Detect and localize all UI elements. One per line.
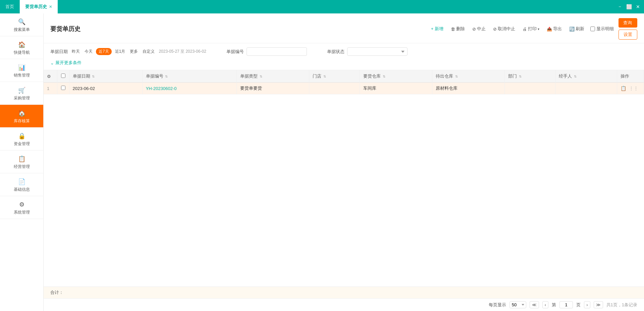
maximize-icon[interactable]: ⬜ — [626, 4, 632, 9]
row-num: 1 — [44, 83, 57, 94]
col-handler-sort-icon[interactable]: ⇅ — [574, 75, 577, 78]
tab-home[interactable]: 首页 — [0, 0, 20, 13]
refresh-button[interactable]: 🔄 刷新 — [568, 25, 586, 33]
col-bill-no-label: 单据编号 — [146, 74, 163, 79]
edit-icon[interactable]: 📋 — [621, 86, 626, 91]
stop-button[interactable]: ⊘ 中止 — [471, 25, 487, 33]
total-label: 合计： — [50, 290, 63, 296]
minimize-icon[interactable]: － — [618, 4, 622, 10]
page-input[interactable] — [559, 301, 573, 308]
prev-page-btn[interactable]: ‹ — [542, 301, 548, 308]
table-row: 1 2023-06-02 YH-20230602-0 要货单要货 车间库 原材料… — [44, 83, 644, 94]
date-btn-yesterday[interactable]: 昨天 — [70, 48, 81, 55]
cell-req-warehouse: 车间库 — [360, 83, 432, 94]
select-all-checkbox[interactable] — [61, 74, 65, 78]
cancel-stop-button[interactable]: ⊘ 取消中止 — [492, 25, 517, 33]
row-checkbox[interactable] — [61, 86, 65, 90]
date-btn-today[interactable]: 今天 — [83, 48, 94, 55]
col-date: 单据日期 ⇅ — [69, 70, 142, 83]
bill-no-label: 单据编号 — [226, 49, 244, 55]
date-shortcuts: 昨天 今天 近7天 近1月 更多 自定义 — [70, 48, 156, 55]
query-buttons: 查询 设置 — [619, 18, 637, 40]
col-department-label: 部门 — [508, 74, 517, 79]
data-table: ⚙ 单据日期 ⇅ 单据编号 ⇅ — [44, 70, 644, 94]
cell-store — [309, 83, 360, 94]
col-bill-type-label: 单据类型 — [240, 74, 258, 79]
expand-more-btn[interactable]: ⌄ 展开更多条件 — [50, 58, 637, 67]
date-btn-custom[interactable]: 自定义 — [141, 48, 156, 55]
inventory-icon: 🏠 — [18, 109, 25, 117]
chart-icon: 📊 — [18, 64, 25, 71]
sidebar-item-basic-info[interactable]: 📄 基础信息 — [0, 173, 43, 196]
col-department-sort-icon[interactable]: ⇅ — [519, 75, 522, 78]
col-bill-type-sort-icon[interactable]: ⇅ — [260, 75, 262, 78]
sidebar-item-finance[interactable]: 🔒 资金管理 — [0, 128, 43, 150]
status-select[interactable]: 已审核 未审核 — [347, 47, 408, 56]
col-handler: 经手人 ⇅ — [555, 70, 617, 83]
page-unit: 页 — [576, 302, 581, 308]
add-button[interactable]: + 新增 — [430, 25, 445, 33]
bill-no-input[interactable] — [247, 47, 307, 56]
col-store-sort-icon[interactable]: ⇅ — [323, 75, 326, 78]
date-btn-more[interactable]: 更多 — [128, 48, 139, 55]
col-pending-warehouse-sort-icon[interactable]: ⇅ — [455, 75, 458, 78]
print-icon: 🖨 — [523, 27, 527, 32]
sidebar-item-system[interactable]: ⚙ 系统管理 — [0, 196, 43, 219]
date-btn-7days[interactable]: 近7天 — [96, 48, 112, 55]
cell-department — [505, 83, 555, 94]
last-page-btn[interactable]: ≫ — [594, 301, 603, 308]
sidebar-item-inventory[interactable]: 🏠 库存核算 — [0, 105, 43, 128]
page-size-select[interactable]: 10 20 50 100 — [509, 301, 526, 308]
more-icon[interactable]: ⋮⋮ — [629, 86, 638, 91]
close-tab-icon[interactable]: ✕ — [49, 5, 52, 9]
top-bar: 首页 要货单历史 ✕ － ⬜ ✕ — [0, 0, 644, 13]
cell-bill-type: 要货单要货 — [236, 83, 309, 94]
delete-button[interactable]: 🗑 删除 — [449, 25, 466, 33]
col-date-sort-icon[interactable]: ⇅ — [92, 75, 95, 78]
col-req-warehouse-sort-icon[interactable]: ⇅ — [383, 75, 385, 78]
sidebar-item-sales[interactable]: 📊 销售管理 — [0, 59, 43, 82]
status-label: 单据状态 — [327, 49, 344, 55]
bill-no-link[interactable]: YH-20230602-0 — [146, 86, 177, 91]
sidebar-label-inventory: 库存核算 — [14, 118, 30, 124]
tab-history[interactable]: 要货单历史 ✕ — [20, 0, 58, 13]
filter-date: 单据日期 昨天 今天 近7天 近1月 更多 自定义 2023-05-27 至 2… — [50, 48, 206, 55]
sidebar-label-system: 系统管理 — [14, 210, 30, 215]
sidebar-item-search[interactable]: 🔍 搜索菜单 — [0, 13, 43, 36]
sidebar-item-purchase[interactable]: 🛒 采购管理 — [0, 82, 43, 105]
sidebar-label-purchase: 采购管理 — [14, 95, 30, 101]
stop-icon: ⊘ — [472, 27, 476, 32]
col-bill-type: 单据类型 ⇅ — [236, 70, 309, 83]
col-bill-no: 单据编号 ⇅ — [142, 70, 236, 83]
sidebar-item-operations[interactable]: 📋 经营管理 — [0, 150, 43, 173]
close-icon[interactable]: ✕ — [636, 4, 640, 9]
display-detail-toggle[interactable]: 显示明细 — [590, 26, 614, 32]
query-button[interactable]: 查询 — [619, 18, 637, 28]
col-bill-no-sort-icon[interactable]: ⇅ — [165, 75, 168, 78]
filter-area: 单据日期 昨天 今天 近7天 近1月 更多 自定义 2023-05-27 至 2… — [44, 43, 644, 70]
date-btn-1month[interactable]: 近1月 — [114, 48, 127, 55]
cart-icon: 🛒 — [18, 87, 25, 94]
toolbar: + 新增 🗑 删除 ⊘ 中止 ⊘ 取消中止 🖨 打印 ▾ — [430, 18, 637, 40]
cell-handler — [555, 83, 617, 94]
tab-home-label: 首页 — [5, 4, 14, 10]
cell-pending-warehouse: 原材料仓库 — [432, 83, 505, 94]
sidebar-label-sales: 销售管理 — [14, 73, 30, 78]
main-layout: 🔍 搜索菜单 🏠 快捷导航 📊 销售管理 🛒 采购管理 🏠 库存核算 🔒 资金管… — [0, 13, 644, 311]
display-detail-checkbox[interactable] — [590, 27, 595, 31]
col-checkbox — [57, 70, 69, 83]
operations-icon: 📋 — [18, 155, 25, 163]
col-pending-warehouse: 待出仓库 ⇅ — [432, 70, 505, 83]
sidebar-item-quick-nav[interactable]: 🏠 快捷导航 — [0, 36, 43, 59]
page-label: 第 — [552, 302, 556, 308]
gear-icon: ⚙ — [19, 201, 24, 208]
filter-row-1: 单据日期 昨天 今天 近7天 近1月 更多 自定义 2023-05-27 至 2… — [50, 47, 637, 56]
sidebar: 🔍 搜索菜单 🏠 快捷导航 📊 销售管理 🛒 采购管理 🏠 库存核算 🔒 资金管… — [0, 13, 44, 311]
next-page-btn[interactable]: › — [584, 301, 590, 308]
settings-button[interactable]: 设置 — [619, 30, 637, 40]
settings-col-icon[interactable]: ⚙ — [47, 74, 51, 79]
export-icon: 📤 — [547, 27, 552, 32]
print-button[interactable]: 🖨 打印 ▾ — [521, 25, 541, 33]
first-page-btn[interactable]: ≪ — [530, 301, 539, 308]
export-button[interactable]: 📤 导出 — [545, 25, 563, 33]
